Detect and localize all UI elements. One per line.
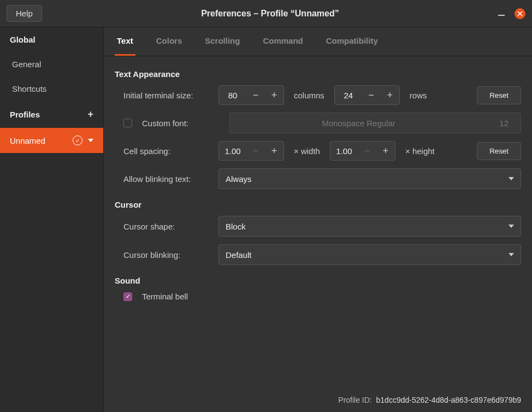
sidebar-header-global: Global (0, 27, 103, 52)
font-size: 12 (487, 119, 521, 128)
rows-increment-icon[interactable]: + (381, 90, 399, 101)
section-sound: Sound (115, 276, 521, 285)
allow-blinking-label: Allow blinking text: (115, 174, 213, 184)
tab-text[interactable]: Text (115, 27, 135, 56)
rows-decrement-icon[interactable]: − (362, 90, 381, 101)
cursor-blinking-label: Cursor blinking: (115, 250, 213, 260)
add-profile-icon[interactable]: + (87, 109, 93, 120)
cursor-shape-label: Cursor shape: (115, 222, 213, 231)
sidebar: Global General Shortcuts Profiles + Unna… (0, 27, 104, 412)
cell-width-decrement-icon[interactable]: − (246, 145, 265, 157)
cell-height-increment-icon[interactable]: + (376, 145, 395, 157)
rows-spinner[interactable]: 24 − + (334, 85, 400, 105)
columns-spinner[interactable]: 80 − + (218, 85, 284, 105)
cell-height-value[interactable]: 1.00 (330, 146, 358, 156)
cursor-shape-select[interactable]: Block (218, 216, 521, 237)
main-panel: Text Colors Scrolling Command Compatibil… (104, 27, 532, 412)
font-chooser-button: Monospace Regular 12 (229, 113, 521, 133)
reset-size-button[interactable]: Reset (477, 86, 521, 104)
sidebar-profile-unnamed[interactable]: Unnamed ✓ (0, 128, 103, 153)
custom-font-checkbox[interactable] (123, 119, 132, 127)
tab-scrolling[interactable]: Scrolling (203, 27, 242, 56)
profile-menu-icon[interactable] (88, 139, 93, 142)
initial-size-label: Initial terminal size: (115, 91, 213, 100)
chevron-down-icon (509, 225, 514, 228)
cursor-blinking-value: Default (226, 250, 509, 260)
cell-height-unit: × height (401, 146, 439, 156)
cursor-blinking-select[interactable]: Default (218, 244, 521, 265)
chevron-down-icon (509, 253, 514, 256)
default-profile-icon: ✓ (73, 136, 82, 145)
profile-name-label: Unnamed (10, 136, 67, 145)
cursor-shape-value: Block (226, 222, 509, 231)
profile-id-label: Profile ID: (338, 396, 371, 404)
columns-increment-icon[interactable]: + (265, 90, 283, 101)
sidebar-item-shortcuts[interactable]: Shortcuts (0, 76, 103, 101)
reset-cell-spacing-button[interactable]: Reset (477, 142, 521, 160)
minimize-icon[interactable] (498, 15, 505, 16)
cell-width-unit: × width (289, 146, 324, 156)
cell-height-spinner[interactable]: 1.00 − + (330, 141, 395, 161)
cell-spacing-label: Cell spacing: (115, 146, 213, 156)
font-name: Monospace Regular (230, 119, 487, 128)
cell-width-value[interactable]: 1.00 (219, 146, 246, 156)
window-title: Preferences – Profile “Unnamed” (42, 9, 498, 19)
columns-decrement-icon[interactable]: − (246, 90, 265, 101)
allow-blinking-value: Always (226, 174, 509, 184)
rows-value[interactable]: 24 (335, 91, 362, 100)
sidebar-item-general[interactable]: General (0, 52, 103, 76)
chevron-down-icon (509, 177, 514, 180)
footer: Profile ID: b1dcc9dd-5262-4d8d-a863-c897… (104, 390, 532, 412)
tab-colors[interactable]: Colors (154, 27, 185, 56)
columns-unit: columns (289, 91, 329, 100)
rows-unit: rows (405, 91, 431, 100)
tab-bar: Text Colors Scrolling Command Compatibil… (104, 27, 532, 56)
profiles-label: Profiles (10, 110, 40, 119)
terminal-bell-checkbox[interactable]: ✓ (123, 292, 132, 301)
allow-blinking-select[interactable]: Always (218, 168, 521, 189)
cell-width-spinner[interactable]: 1.00 − + (218, 141, 284, 161)
terminal-bell-label: Terminal bell (142, 292, 188, 301)
tab-command[interactable]: Command (261, 27, 305, 56)
profile-id-value: b1dcc9dd-5262-4d8d-a863-c897e6d979b9 (376, 396, 521, 404)
section-cursor: Cursor (115, 200, 521, 209)
cell-width-increment-icon[interactable]: + (265, 145, 283, 157)
tab-compatibility[interactable]: Compatibility (324, 27, 380, 56)
close-icon[interactable] (515, 8, 525, 19)
section-text-appearance: Text Appearance (115, 69, 521, 79)
cell-height-decrement-icon[interactable]: − (358, 145, 376, 157)
titlebar: Help Preferences – Profile “Unnamed” (0, 0, 532, 27)
sidebar-header-profiles: Profiles + (0, 101, 103, 128)
columns-value[interactable]: 80 (219, 91, 246, 100)
help-button[interactable]: Help (7, 5, 42, 22)
custom-font-label: Custom font: (142, 119, 224, 128)
